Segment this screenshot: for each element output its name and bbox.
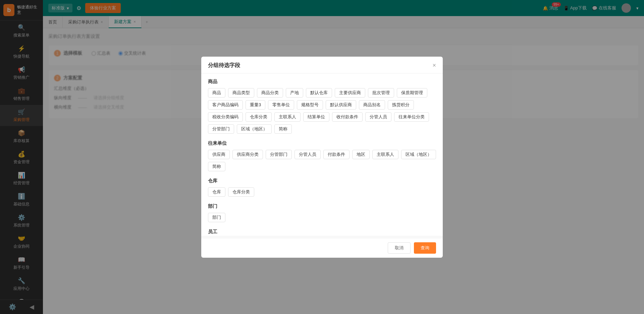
field-tag-short-name2[interactable]: 简称 — [208, 162, 225, 171]
field-tag-warehouse-category[interactable]: 仓库分类 — [246, 112, 272, 122]
field-select-modal: 分组待选字段 × 商品 商品 商品类型 商品分类 产地 默 — [201, 57, 443, 258]
field-tag-supplier[interactable]: 供应商 — [208, 150, 230, 159]
field-tag-main-supplier[interactable]: 主要供应商 — [335, 88, 365, 98]
field-tag-dept[interactable]: 分管部门 — [208, 124, 234, 134]
field-tag-customer-code[interactable]: 客户商品编码 — [208, 100, 243, 110]
field-tag-area[interactable]: 地区 — [352, 150, 370, 159]
product-field-tags: 商品 商品类型 商品分类 产地 默认仓库 主要供应商 批次管理 保质期管理 客户… — [208, 88, 436, 134]
field-tag-warehouse-cat[interactable]: 仓库分类 — [228, 187, 254, 197]
modal-header: 分组待选字段 × — [201, 57, 443, 73]
field-tag-product-alias[interactable]: 商品别名 — [359, 100, 385, 110]
product-field-section: 商品 商品 商品类型 商品分类 产地 默认仓库 主要供应商 批次管理 保质期管理 — [208, 79, 436, 134]
field-tag-supervisor-person[interactable]: 分管人员 — [365, 112, 391, 122]
modal-body[interactable]: 商品 商品 商品类型 商品分类 产地 默认仓库 主要供应商 批次管理 保质期管理 — [201, 73, 443, 236]
counterpart-field-section: 往来单位 供应商 供应商分类 分管部门 分管人员 付款条件 地区 主联系人 区域… — [208, 140, 436, 171]
field-tag-department[interactable]: 部门 — [208, 213, 225, 222]
dept-field-section: 部门 部门 — [208, 203, 436, 222]
field-tag-supervisor-dept[interactable]: 分管部门 — [266, 150, 292, 159]
cancel-button[interactable]: 取消 — [388, 242, 411, 254]
field-tag-default-warehouse[interactable]: 默认仓库 — [306, 88, 332, 98]
dept-field-tags: 部门 — [208, 213, 436, 222]
field-tag-weight3[interactable]: 重量3 — [246, 100, 265, 110]
field-tag-region[interactable]: 区域（地区） — [237, 124, 272, 134]
field-tag-counterpart-category[interactable]: 往来单位分类 — [394, 112, 429, 122]
field-tag-product-type[interactable]: 商品类型 — [228, 88, 254, 98]
dept-section-title: 部门 — [208, 203, 436, 209]
warehouse-section-title: 仓库 — [208, 178, 436, 184]
confirm-button[interactable]: 查询 — [414, 242, 436, 254]
field-tag-main-contact2[interactable]: 主联系人 — [372, 150, 398, 159]
field-tag-batch-mgmt[interactable]: 批次管理 — [368, 88, 394, 98]
counterpart-section-title: 往来单位 — [208, 140, 436, 146]
field-tag-warehouse[interactable]: 仓库 — [208, 187, 225, 197]
main-area: 标准版 ▾ ⚙ 体验行业方案 🔔 消息 99+ 📱 App下载 💬 — [43, 0, 644, 314]
field-tag-region2[interactable]: 区域（地区） — [401, 150, 436, 159]
modal-title: 分组待选字段 — [208, 62, 240, 69]
field-tag-origin[interactable]: 产地 — [286, 88, 303, 98]
field-tag-tax-code[interactable]: 税收分类编码 — [208, 112, 243, 122]
field-tag-settlement-unit[interactable]: 结算单位 — [303, 112, 329, 122]
field-tag-payment-terms[interactable]: 收付款条件 — [332, 112, 363, 122]
field-tag-payment-conditions[interactable]: 付款条件 — [323, 150, 350, 159]
modal-close-button[interactable]: × — [432, 62, 436, 69]
warehouse-field-section: 仓库 仓库 仓库分类 — [208, 178, 436, 197]
counterpart-field-tags: 供应商 供应商分类 分管部门 分管人员 付款条件 地区 主联系人 区域（地区） … — [208, 150, 436, 171]
warehouse-field-tags: 仓库 仓库分类 — [208, 187, 436, 197]
field-tag-default-supplier[interactable]: 默认供应商 — [326, 100, 356, 110]
modal-overlay: 分组待选字段 × 商品 商品 商品类型 商品分类 产地 默 — [43, 28, 644, 314]
product-section-title: 商品 — [208, 79, 436, 85]
field-tag-spec-model[interactable]: 规格型号 — [297, 100, 323, 110]
employee-field-section: 员工 业务员 — [208, 229, 436, 236]
field-tag-retail-unit[interactable]: 零售单位 — [268, 100, 294, 110]
field-tag-supplier-category[interactable]: 供应商分类 — [232, 150, 263, 159]
field-tag-product[interactable]: 商品 — [208, 88, 225, 98]
field-tag-pick-points[interactable]: 拣货积分 — [388, 100, 414, 110]
modal-footer: 取消 查询 — [201, 238, 443, 258]
field-tag-short-name[interactable]: 简称 — [274, 124, 292, 134]
field-tag-shelf-life[interactable]: 保质期管理 — [397, 88, 427, 98]
field-tag-main-contact[interactable]: 主联系人 — [274, 112, 301, 122]
employee-section-title: 员工 — [208, 229, 436, 235]
field-tag-product-category[interactable]: 商品分类 — [257, 88, 283, 98]
field-tag-supervisor-person2[interactable]: 分管人员 — [294, 150, 321, 159]
